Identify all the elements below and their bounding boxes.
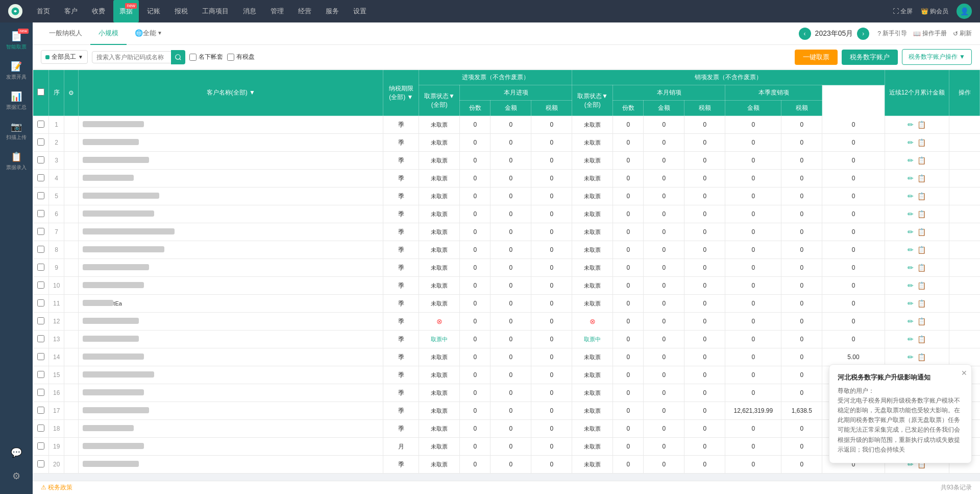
- edit-btn[interactable]: ✏: [906, 334, 915, 344]
- user-avatar[interactable]: 👤: [957, 4, 972, 19]
- refresh-btn[interactable]: ↺ 刷新: [953, 29, 972, 38]
- app-logo[interactable]: [8, 4, 22, 18]
- th-period-type[interactable]: 纳税期限(全部) ▼: [383, 70, 419, 116]
- tax-policy-link[interactable]: ⚠ 税务政策: [41, 483, 72, 492]
- sidebar-item-invoice-open[interactable]: 📝 发票开具: [0, 57, 33, 85]
- copy-btn[interactable]: 📋: [916, 191, 927, 201]
- copy-btn[interactable]: 📋: [916, 173, 927, 183]
- row-checkbox[interactable]: [37, 335, 44, 342]
- nav-accounting[interactable]: 记账: [141, 0, 166, 22]
- th-settings[interactable]: ⚙: [64, 70, 79, 116]
- digital-account-ops-btn[interactable]: 税务数字账户操作 ▼: [902, 49, 972, 65]
- tab-all[interactable]: 🌐 全能 ▼: [127, 22, 170, 45]
- checkbox-tax-disk-input[interactable]: [227, 54, 234, 61]
- th-in-status[interactable]: 取票状态▼(全部): [419, 85, 460, 116]
- row-checkbox[interactable]: [37, 317, 44, 324]
- edit-btn[interactable]: ✏: [906, 280, 915, 291]
- edit-btn[interactable]: ✏: [906, 298, 915, 309]
- nav-tax[interactable]: 报税: [168, 0, 194, 22]
- edit-btn[interactable]: ✏: [906, 137, 915, 148]
- edit-btn[interactable]: ✏: [906, 316, 915, 326]
- nav-business[interactable]: 工商项目: [196, 0, 235, 22]
- row-checkbox[interactable]: [37, 371, 44, 378]
- sidebar-item-settings[interactable]: ⚙: [9, 466, 24, 486]
- row-checkbox[interactable]: [37, 210, 44, 217]
- nav-message[interactable]: 消息: [237, 0, 262, 22]
- edit-btn[interactable]: ✏: [906, 120, 915, 130]
- fullscreen-btn[interactable]: ⛶ 全屏: [893, 7, 913, 16]
- row-checkbox[interactable]: [37, 299, 44, 307]
- checkbox-name-account[interactable]: 名下帐套: [189, 53, 223, 61]
- nav-operation[interactable]: 经营: [292, 0, 317, 22]
- edit-btn[interactable]: ✏: [906, 352, 915, 362]
- copy-btn[interactable]: 📋: [916, 263, 927, 273]
- row-checkbox[interactable]: [37, 121, 44, 128]
- member-btn[interactable]: 👑 购会员: [921, 7, 948, 16]
- row-checkbox[interactable]: [37, 156, 44, 163]
- search-input[interactable]: [92, 51, 174, 63]
- period-prev-btn[interactable]: ‹: [799, 28, 811, 40]
- notification-close-btn[interactable]: ✕: [961, 369, 967, 377]
- search-button[interactable]: [171, 50, 185, 64]
- row-checkbox[interactable]: [37, 138, 44, 146]
- copy-btn[interactable]: 📋: [916, 227, 927, 237]
- copy-btn[interactable]: 📋: [916, 280, 927, 291]
- edit-btn[interactable]: ✏: [906, 227, 915, 237]
- row-checkbox[interactable]: [37, 192, 44, 199]
- edit-btn[interactable]: ✏: [906, 263, 915, 273]
- copy-btn[interactable]: 📋: [916, 137, 927, 148]
- manual-btn[interactable]: 📖 操作手册: [913, 29, 947, 38]
- row-checkbox[interactable]: [37, 407, 44, 414]
- row-checkbox[interactable]: [37, 460, 44, 467]
- copy-btn[interactable]: 📋: [916, 209, 927, 219]
- row-checkbox[interactable]: [37, 264, 44, 271]
- copy-btn[interactable]: 📋: [916, 316, 927, 326]
- sidebar-item-smart-fetch[interactable]: new 📄 智能取票: [0, 27, 33, 55]
- sidebar-item-message[interactable]: 💬: [9, 443, 24, 462]
- new-guide-btn[interactable]: ? 新手引导: [877, 29, 907, 38]
- edit-btn[interactable]: ✏: [906, 173, 915, 183]
- edit-btn[interactable]: ✏: [906, 155, 915, 166]
- edit-btn[interactable]: ✏: [906, 209, 915, 219]
- row-checkbox[interactable]: [37, 442, 44, 450]
- nav-manage[interactable]: 管理: [264, 0, 290, 22]
- employee-filter-select[interactable]: 全部员工 ▼: [41, 50, 88, 64]
- select-all-checkbox[interactable]: [37, 88, 44, 96]
- row-checkbox[interactable]: [37, 389, 44, 396]
- row-checkbox[interactable]: [37, 174, 44, 181]
- copy-btn[interactable]: 📋: [916, 245, 927, 255]
- td-in-status: 未取票: [419, 259, 460, 277]
- one-click-fetch-btn[interactable]: 一键取票: [795, 50, 838, 65]
- row-checkbox[interactable]: [37, 425, 44, 432]
- edit-btn[interactable]: ✏: [906, 245, 915, 255]
- td-out-count: 0: [613, 366, 644, 384]
- tab-general-taxpayer[interactable]: 一般纳税人: [41, 22, 90, 45]
- row-checkbox[interactable]: [37, 246, 44, 253]
- nav-settings[interactable]: 设置: [347, 0, 373, 22]
- row-checkbox[interactable]: [37, 228, 44, 235]
- sidebar-item-entry[interactable]: 📋 票据录入: [0, 147, 33, 175]
- copy-btn[interactable]: 📋: [916, 298, 927, 309]
- sidebar-item-scan[interactable]: 📷 扫描上传: [0, 117, 33, 145]
- th-out-status[interactable]: 取票状态▼(全部): [572, 85, 613, 116]
- row-checkbox[interactable]: [37, 281, 44, 289]
- status-unget-text: 未取票: [584, 283, 601, 289]
- tab-small-scale[interactable]: 小规模: [90, 22, 127, 45]
- nav-ticket[interactable]: 票据 new: [113, 0, 139, 22]
- period-next-btn[interactable]: ›: [857, 28, 869, 40]
- digital-account-btn[interactable]: 税务数字账户: [842, 50, 898, 65]
- copy-btn[interactable]: 📋: [916, 334, 927, 344]
- nav-service[interactable]: 服务: [320, 0, 345, 22]
- edit-btn[interactable]: ✏: [906, 191, 915, 201]
- nav-fee[interactable]: 收费: [86, 0, 111, 22]
- copy-btn[interactable]: 📋: [916, 352, 927, 362]
- sidebar-item-summary[interactable]: 📊 票据汇总: [0, 87, 33, 115]
- row-checkbox[interactable]: [37, 353, 44, 360]
- nav-home[interactable]: 首页: [31, 0, 56, 22]
- nav-client[interactable]: 客户: [58, 0, 84, 22]
- copy-btn[interactable]: 📋: [916, 155, 927, 166]
- checkbox-name-account-input[interactable]: [189, 54, 197, 61]
- th-name[interactable]: 客户名称(全部) ▼: [79, 70, 383, 116]
- checkbox-tax-disk[interactable]: 有税盘: [227, 53, 255, 61]
- copy-btn[interactable]: 📋: [916, 120, 927, 130]
